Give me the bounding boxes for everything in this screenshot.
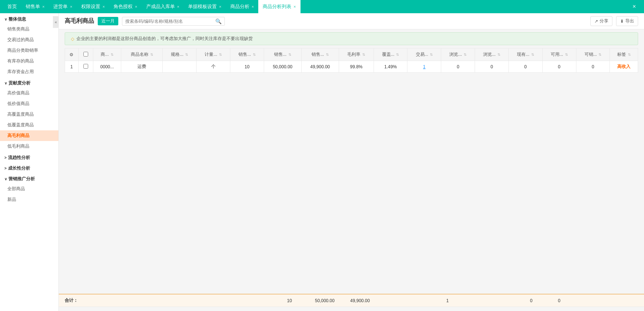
- row-unit: 个: [197, 61, 230, 73]
- share-icon: ↗: [594, 19, 598, 24]
- export-button[interactable]: ⬇ 导出: [616, 16, 638, 26]
- row-name: 运费: [121, 61, 163, 73]
- sort-icon: ⇅: [627, 53, 631, 57]
- table-header-col-5[interactable]: 计量... ⇅: [197, 48, 230, 61]
- table-header-col-12[interactable]: 浏览... ⇅: [441, 48, 475, 61]
- search-icon[interactable]: 🔍: [215, 18, 222, 24]
- table-header-col-16[interactable]: 可销... ⇅: [576, 48, 610, 61]
- table-header-col-0: ⚙: [65, 48, 79, 61]
- sidebar-item-高覆盖度商品[interactable]: 高覆盖度商品: [0, 109, 58, 120]
- table-header-col-3[interactable]: 商品名称 ⇅: [121, 48, 163, 61]
- sort-icon: ⇅: [218, 53, 222, 57]
- nav-item-商品分析列表[interactable]: 商品分析列表×: [258, 0, 300, 13]
- nav-item-商品分析[interactable]: 商品分析×: [226, 0, 258, 13]
- footer-sales3: 49,900.00: [345, 298, 375, 303]
- row-code: 0000...: [93, 61, 121, 73]
- footer-sales2: 50,000.00: [310, 298, 339, 303]
- table-header-col-9[interactable]: 毛利率 ⇅: [339, 48, 374, 61]
- sidebar-group-1[interactable]: ∨贡献度分析: [0, 77, 58, 88]
- row-browse2: 0: [475, 61, 509, 73]
- sort-icon: ⇅: [429, 53, 433, 57]
- nav-close-icon[interactable]: ×: [135, 4, 137, 9]
- sidebar-item-新品[interactable]: 新品: [0, 194, 58, 205]
- top-navigation: 首页销售单×进货单×权限设置×角色授权×产成品入库单×单据模板设置×商品分析×商…: [0, 0, 644, 13]
- nav-close-icon[interactable]: ×: [294, 4, 296, 9]
- chevron-icon: ∨: [4, 177, 7, 181]
- table-header-col-11[interactable]: 交易... ⇅: [407, 48, 441, 61]
- search-box: 🔍: [122, 17, 225, 26]
- table-header-col-7[interactable]: 销售... ⇅: [264, 48, 301, 61]
- footer-transactions: 1: [436, 298, 458, 303]
- sidebar-item-交易过的商品[interactable]: 交易过的商品: [0, 35, 58, 45]
- footer-label: 合计：: [65, 297, 78, 304]
- nav-close-icon[interactable]: ×: [42, 4, 44, 9]
- table-header-col-10[interactable]: 覆盖... ⇅: [374, 48, 407, 61]
- nav-item-销售单[interactable]: 销售单×: [21, 0, 49, 13]
- nav-close-icon[interactable]: ×: [177, 4, 179, 9]
- sidebar-group-4[interactable]: ∨营销推广分析: [0, 173, 58, 184]
- sidebar-item-低覆盖度商品[interactable]: 低覆盖度商品: [0, 120, 58, 130]
- nav-item-产成品入库单[interactable]: 产成品入库单×: [142, 0, 184, 13]
- chevron-icon: ∨: [4, 17, 7, 21]
- table-header-col-14[interactable]: 现有... ⇅: [508, 48, 542, 61]
- row-transactions[interactable]: 1: [407, 61, 441, 73]
- row-stock: 0: [508, 61, 542, 73]
- sort-icon: ⇅: [109, 53, 114, 57]
- footer-available: 0: [548, 298, 570, 303]
- share-button[interactable]: ↗ 分享: [590, 16, 612, 26]
- nav-item-权限设置[interactable]: 权限设置×: [77, 0, 109, 13]
- sidebar-collapse-button[interactable]: «: [53, 16, 59, 28]
- row-checkbox[interactable]: [78, 61, 93, 73]
- filter-button[interactable]: 近一月: [98, 17, 118, 25]
- nav-item-首页[interactable]: 首页: [3, 0, 21, 13]
- nav-item-进货单[interactable]: 进货单×: [49, 0, 76, 13]
- nav-close-icon[interactable]: ×: [219, 4, 221, 9]
- sidebar-item-高价值商品[interactable]: 高价值商品: [0, 88, 58, 98]
- table-header-col-13[interactable]: 浏览... ⇅: [475, 48, 509, 61]
- table-header-col-6[interactable]: 销售... ⇅: [230, 48, 264, 61]
- table-footer: 合计： 10 50,000.00 49,900.00 1 0 0: [59, 294, 644, 307]
- table-header-col-4[interactable]: 规格... ⇅: [163, 48, 197, 61]
- row-spec: [163, 61, 197, 73]
- nav-close-icon[interactable]: ×: [102, 4, 105, 9]
- sidebar-group-0[interactable]: ∨整体信息: [0, 13, 58, 24]
- table-header-col-17[interactable]: 标签 ⇅: [610, 48, 638, 61]
- table-header-col-1: [78, 48, 93, 61]
- nav-item-单据模板设置[interactable]: 单据模板设置×: [184, 0, 226, 13]
- search-input[interactable]: [125, 19, 215, 24]
- chevron-icon: >: [4, 156, 7, 160]
- sidebar-item-高毛利商品[interactable]: 高毛利商品: [0, 130, 58, 141]
- chevron-icon: >: [4, 166, 7, 170]
- page-title: 高毛利商品: [65, 17, 94, 25]
- footer-stock: 0: [520, 298, 542, 303]
- content-header: 高毛利商品 近一月 🔍 ↗ 分享 ⬇ 导出: [59, 13, 644, 29]
- sidebar-item-全部商品[interactable]: 全部商品: [0, 184, 58, 194]
- nav-close-icon[interactable]: ×: [252, 4, 254, 9]
- sidebar-group-3[interactable]: >成长性分析: [0, 162, 58, 173]
- sidebar-item-商品分类助销率[interactable]: 商品分类助销率: [0, 45, 58, 56]
- sort-icon: ⇅: [325, 53, 329, 57]
- row-select-checkbox[interactable]: [83, 64, 88, 69]
- sort-icon: ⇅: [598, 53, 602, 57]
- table-header-col-8[interactable]: 销售... ⇅: [301, 48, 339, 61]
- row-tag[interactable]: 高收入: [610, 61, 638, 73]
- nav-close-icon[interactable]: ×: [70, 4, 72, 9]
- sidebar-item-低价值商品[interactable]: 低价值商品: [0, 98, 58, 109]
- sort-icon: ⇅: [530, 53, 534, 57]
- table-header-col-15[interactable]: 可用... ⇅: [542, 48, 576, 61]
- sidebar-item-库存资金占用[interactable]: 库存资金占用: [0, 66, 58, 77]
- table-wrapper: ⚙商... ⇅商品名称 ⇅规格... ⇅计量... ⇅销售... ⇅销售... …: [59, 48, 644, 294]
- sidebar-group-2[interactable]: >流趋性分析: [0, 152, 58, 162]
- sidebar-item-销售类商品[interactable]: 销售类商品: [0, 24, 58, 35]
- select-all-checkbox[interactable]: [83, 52, 88, 57]
- row-sales3: 49,900.00: [301, 61, 339, 73]
- nav-item-角色授权[interactable]: 角色授权×: [109, 0, 141, 13]
- table-header-col-2[interactable]: 商... ⇅: [93, 48, 121, 61]
- window-close-button[interactable]: ×: [627, 3, 641, 10]
- row-no: 1: [65, 61, 79, 73]
- sidebar-item-低毛利商品[interactable]: 低毛利商品: [0, 141, 58, 152]
- horizontal-scrollbar[interactable]: [59, 307, 644, 311]
- row-available: 0: [542, 61, 576, 73]
- sidebar-item-有库存的商品[interactable]: 有库存的商品: [0, 56, 58, 66]
- tip-icon: ◇: [71, 36, 74, 41]
